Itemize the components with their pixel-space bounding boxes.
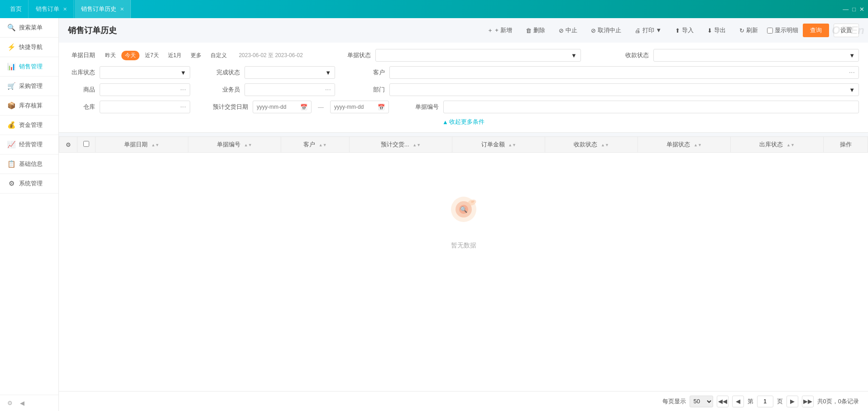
receipt-status-select[interactable]: ▼	[653, 49, 859, 62]
next-page-button[interactable]: ▶	[786, 396, 798, 407]
next-page-icon: ▶	[790, 398, 795, 405]
warehouse-field[interactable]: ···	[100, 101, 190, 113]
complete-status-select[interactable]: ▼	[245, 66, 335, 79]
sales-mgmt-icon: 📊	[7, 63, 15, 71]
col-order-amount[interactable]: 订单金额 ▲▼	[452, 137, 545, 153]
table-settings-header[interactable]: ⚙	[59, 137, 77, 153]
cancel-stop-button[interactable]: ⊘ 取消中止	[586, 24, 626, 37]
bill-status-select[interactable]: ▼	[375, 49, 581, 62]
query-button[interactable]: 查询	[803, 24, 829, 37]
date-tab-custom[interactable]: 自定义	[207, 51, 230, 60]
salesperson-label: 业务员	[213, 86, 240, 94]
sidebar-item-system-mgmt[interactable]: ⚙ 系统管理	[0, 174, 58, 193]
sidebar-item-search-menu-label: 搜索菜单	[19, 24, 43, 32]
empty-state: 🔍 暂无数据	[59, 153, 868, 286]
calendar-to-icon[interactable]: 📅	[378, 104, 385, 111]
tab-sales-order-close[interactable]: ✕	[63, 6, 67, 12]
collapse-button[interactable]: ▲ 收起更多条件	[442, 118, 484, 126]
export-button[interactable]: ⬇ 导出	[703, 24, 730, 37]
sidebar-item-sales-mgmt[interactable]: 📊 销售管理	[0, 57, 58, 77]
date-tab-7days[interactable]: 近7天	[141, 51, 163, 60]
display-detail-checkbox[interactable]	[767, 28, 773, 34]
tab-home[interactable]: 首页	[4, 0, 29, 18]
table-settings-icon[interactable]: ⚙	[66, 141, 71, 148]
bill-status-label: 单据状态	[344, 51, 371, 59]
import-button[interactable]: ⬆ 导入	[671, 24, 698, 37]
table-checkbox-header[interactable]	[77, 137, 96, 153]
sidebar-item-purchase-mgmt[interactable]: 🛒 采购管理	[0, 77, 58, 96]
date-tab-today[interactable]: 今天	[121, 51, 139, 60]
receipt-status-label: 收款状态	[622, 51, 649, 59]
date-dash: —	[318, 104, 324, 111]
sidebar-item-quick-nav[interactable]: ⚡ 快捷导航	[0, 38, 58, 57]
customer-field[interactable]: ···	[389, 66, 859, 79]
bill-number-field[interactable]	[443, 101, 859, 113]
col-expected-delivery[interactable]: 预计交货... ▲▼	[349, 137, 452, 153]
col-receipt-status[interactable]: 收款状态 ▲▼	[545, 137, 638, 153]
out-status-label: 出库状态	[68, 68, 95, 77]
refresh-icon: ↻	[739, 27, 744, 34]
date-tab-more[interactable]: 更多	[187, 51, 205, 60]
print-button[interactable]: 🖨 打印 ▼	[630, 24, 666, 37]
col-out-status[interactable]: 出库状态 ▲▼	[731, 137, 824, 153]
sidebar-item-inventory-calc[interactable]: 📦 库存核算	[0, 96, 58, 116]
out-status-select[interactable]: ▼	[100, 66, 190, 79]
top-bar-right: — □ ✕	[843, 6, 864, 13]
print-icon: 🖨	[635, 27, 641, 34]
first-page-button[interactable]: ◀◀	[717, 396, 729, 407]
date-to-input[interactable]	[334, 104, 375, 110]
col-customer[interactable]: 客户 ▲▼	[281, 137, 349, 153]
display-detail-toggle[interactable]: 显示明细	[767, 26, 798, 34]
salesperson-field[interactable]: ···	[245, 83, 335, 96]
svg-text:🔍: 🔍	[460, 206, 468, 213]
last-page-button[interactable]: ▶▶	[802, 396, 814, 407]
tab-list: 首页 销售订单 ✕ 销售订单历史 ✕	[4, 0, 843, 18]
stop-icon: ⊘	[559, 27, 564, 34]
tab-sales-order-label: 销售订单	[36, 5, 59, 13]
refresh-button[interactable]: ↻ 刷新	[735, 24, 762, 37]
select-all-checkbox[interactable]	[83, 141, 89, 147]
sidebar-item-operations-mgmt[interactable]: 📈 经营管理	[0, 135, 58, 155]
stop-button[interactable]: ⊘ 中止	[554, 24, 582, 37]
inventory-calc-icon: 📦	[7, 102, 15, 110]
warehouse-label: 仓库	[68, 103, 95, 111]
col-bill-status[interactable]: 单据状态 ▲▼	[638, 137, 731, 153]
maximize-icon[interactable]: □	[852, 6, 856, 13]
sidebar-collapse-icon[interactable]: ◀	[20, 400, 24, 406]
customer-label: 客户	[358, 68, 385, 77]
delete-button[interactable]: 🗑 删除	[521, 24, 550, 37]
settings-button[interactable]: 设置	[834, 24, 859, 37]
tab-sales-order-history-close[interactable]: ✕	[120, 6, 124, 12]
per-page-select[interactable]: 50 10 20 100	[690, 396, 713, 407]
date-tab-1month[interactable]: 近1月	[164, 51, 186, 60]
tab-sales-order[interactable]: 销售订单 ✕	[29, 0, 74, 18]
col-bill-number[interactable]: 单据编号 ▲▼	[188, 137, 281, 153]
page-input[interactable]	[757, 396, 773, 407]
product-field[interactable]: ···	[100, 83, 190, 96]
tab-sales-order-history[interactable]: 销售订单历史 ✕	[75, 0, 131, 18]
date-from-field[interactable]: 📅	[253, 101, 312, 113]
sidebar-item-capital-mgmt[interactable]: 💰 资金管理	[0, 116, 58, 135]
system-mgmt-icon: ⚙	[7, 179, 15, 188]
col-bill-date[interactable]: 单据日期 ▲▼	[96, 137, 188, 153]
filter-row-1: 单据日期 昨天 今天 近7天 近1月 更多 自定义 2023-06-02 至 2…	[68, 49, 859, 62]
prev-page-button[interactable]: ◀	[732, 396, 744, 407]
collapse-arrow: ▲	[442, 119, 448, 126]
new-button[interactable]: ＋ + 新增	[483, 24, 516, 37]
close-window-icon[interactable]: ✕	[859, 6, 864, 13]
collapse-row: ▲ 收起更多条件	[68, 118, 859, 126]
delete-icon: 🗑	[526, 27, 532, 34]
sidebar-item-basic-info[interactable]: 📋 基础信息	[0, 155, 58, 174]
sidebar-settings-icon[interactable]: ⚙	[7, 400, 13, 406]
department-select[interactable]: ▼	[389, 83, 859, 96]
filter-row-2: 出库状态 ▼ 完成状态 ▼ 客户 ···	[68, 66, 859, 79]
content-area: 销售订单历史 ＋ + 新增 🗑 删除 ⊘ 中止 ⊘ 取消中止	[59, 18, 868, 411]
date-from-input[interactable]	[257, 104, 297, 110]
sidebar-item-operations-mgmt-label: 经营管理	[19, 140, 43, 149]
sidebar-item-capital-mgmt-label: 资金管理	[19, 121, 43, 129]
date-tab-yesterday[interactable]: 昨天	[101, 51, 120, 60]
sidebar-item-search-menu[interactable]: 🔍 搜索菜单	[0, 18, 58, 38]
date-to-field[interactable]: 📅	[330, 101, 389, 113]
calendar-from-icon[interactable]: 📅	[300, 104, 307, 111]
minimize-icon[interactable]: —	[843, 6, 849, 13]
